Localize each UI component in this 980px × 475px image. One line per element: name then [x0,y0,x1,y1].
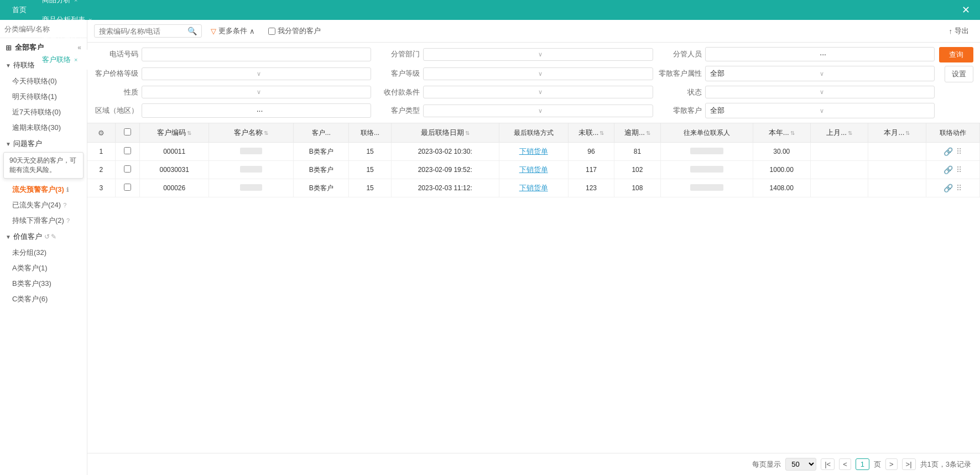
more-action-icon[interactable]: ⠿ [956,147,962,156]
filter-retail-attr-select[interactable]: 全部 ∨ [705,66,935,81]
nav-tab[interactable]: 商品分析 × [34,0,100,10]
next-page-btn[interactable]: > [885,458,898,470]
filter-row-2: 客户价格等级 ∨ 客户等级 ∨ [94,66,935,81]
filter-nature-select[interactable]: ∨ [142,86,371,98]
th-lastmo-sort[interactable]: ⇅ [848,130,852,136]
prev-page-btn[interactable]: < [839,458,851,470]
filter-retail-cust-select[interactable]: 全部 ∨ [705,103,935,118]
td-num: 1 [87,143,115,161]
info-icon[interactable]: ℹ [66,186,69,194]
filter-cust-type-label: 客户类型 [376,106,420,116]
filter-cust-grade-select[interactable]: ∨ [423,67,653,80]
th-name-sort[interactable]: ⇅ [264,130,268,136]
th-date-sort[interactable]: ⇅ [465,130,470,136]
th-check[interactable] [115,123,140,143]
td-check[interactable] [115,179,140,197]
sidebar-item[interactable]: 逾期未联络(30) [0,120,87,135]
edit-icon[interactable]: ✎ [51,233,56,241]
td-way-link[interactable]: 下销货单 [519,165,548,174]
action-icons: 🔗 ⠿ [930,184,976,192]
setting-button[interactable]: 设置 [945,66,973,82]
filter-phone-input[interactable] [142,48,371,61]
link-action-icon[interactable]: 🔗 [943,165,953,174]
my-customers-btn[interactable]: 我分管的客户 [264,24,325,38]
tab-close-icon[interactable]: × [74,56,77,63]
question-icon[interactable]: ? [66,217,70,224]
last-page-btn[interactable]: >| [902,458,916,470]
td-action: 🔗 ⠿ [926,143,979,161]
per-page-select[interactable]: 50 100 200 [785,458,816,471]
nav-tab[interactable]: 客户联络 × [34,50,100,70]
more-action-icon[interactable]: ⠿ [956,165,962,174]
nav-tab[interactable]: 客户分层经营 × [34,30,100,50]
sidebar-item[interactable]: 流失预警客户(3)ℹ [0,182,87,197]
link-action-icon[interactable]: 🔗 [943,184,953,192]
table-row: 3 000026 B类客户 15 2023-02-03 11:12: 下销货单 … [87,179,980,197]
filter-payment-select[interactable]: ∨ [423,86,653,98]
refresh-icon[interactable]: ↺ [44,233,50,241]
filter-region-select[interactable]: ··· [142,103,371,118]
content-area: 🔍 ▽ 更多条件 ∧ 我分管的客户 ↑ 导出 [87,20,980,475]
toolbar-search-input[interactable] [99,27,187,35]
question-icon[interactable]: ? [63,202,66,208]
th-name: 客户名称⇅ [209,123,294,143]
td-way-link[interactable]: 下销货单 [519,147,548,155]
sidebar-item[interactable]: 今天待联络(0) [0,74,87,89]
filter-cust-type-select[interactable]: ∨ [423,105,653,117]
toolbar-search-icon[interactable]: 🔍 [187,27,197,35]
filter-manager-more[interactable]: ··· [817,50,930,59]
row-checkbox[interactable] [124,165,131,173]
tab-close-icon[interactable]: × [88,17,92,23]
sidebar-section-header[interactable]: ▼价值客户↺✎ [0,228,87,245]
sidebar-item[interactable]: 近7天待联络(0) [0,105,87,120]
gear-icon[interactable]: ⚙ [98,129,105,137]
nav-tab[interactable]: 商品分析列表 × [34,10,100,30]
th-overdue-sort[interactable]: ⇅ [646,130,650,136]
filter-region-more[interactable]: ··· [254,106,367,115]
export-btn[interactable]: ↑ 导出 [945,24,974,38]
td-lastmo [810,143,868,161]
filter-manager-select[interactable]: ··· [705,47,935,61]
sidebar-item[interactable]: 未分组(32) [0,245,87,260]
th-company: 往来单位联系人 [660,123,753,143]
filter-retail-cust-arrow: ∨ [820,107,930,114]
sidebar-item[interactable]: 持续下滑客户(2)? [0,213,87,228]
sidebar-item[interactable]: C类客户(6) [0,291,87,307]
row-checkbox[interactable] [124,184,131,191]
row-checkbox[interactable] [124,147,131,154]
my-customers-checkbox[interactable] [268,28,275,35]
th-thisyr-sort[interactable]: ⇅ [790,130,795,136]
td-check[interactable] [115,161,140,179]
more-conditions-btn[interactable]: ▽ 更多条件 ∧ [206,24,259,38]
sidebar-section: ▼问题客户90天无交易的客户，可能有流失风险。流失预警客户(3)ℹ已流失客户(2… [0,135,87,228]
sidebar-item[interactable]: A类客户(1) [0,260,87,276]
section-arrow-icon: ▼ [6,141,11,147]
filter-status-select[interactable]: ∨ [705,86,935,98]
tab-close-icon[interactable]: × [88,36,92,43]
query-button[interactable]: 查询 [939,47,973,62]
filter-dept-select[interactable]: ∨ [423,48,653,61]
tab-close-icon[interactable]: × [74,0,77,3]
more-action-icon[interactable]: ⠿ [956,184,962,192]
first-page-btn[interactable]: |< [821,458,835,470]
sidebar-item[interactable]: 已流失客户(24)? [0,197,87,213]
sidebar-item[interactable]: B类客户(33) [0,276,87,291]
th-code-sort[interactable]: ⇅ [187,130,191,136]
sidebar-item[interactable]: 明天待联络(1) [0,89,87,105]
customer-name-blurred [240,184,262,191]
filter-region-label: 区域（地区） [94,106,138,116]
nav-home[interactable]: 首页 [4,0,34,20]
th-unlinked-sort[interactable]: ⇅ [600,130,604,136]
nav-close-btn[interactable]: ✕ [956,4,976,16]
filter-retail-attr: 零散客户属性 全部 ∨ [658,66,935,81]
link-action-icon[interactable]: 🔗 [943,147,953,156]
sidebar-section-header[interactable]: ▼问题客户 [0,135,87,152]
td-check[interactable] [115,143,140,161]
sidebar-section: ▼价值客户↺✎未分组(32)A类客户(1)B类客户(33)C类客户(6) [0,228,87,307]
select-all-checkbox[interactable] [124,128,131,135]
filter-price-grade-select[interactable]: ∨ [142,67,371,80]
sidebar-item-label: B类客户(33) [12,279,51,289]
td-way-link[interactable]: 下销货单 [519,184,548,192]
th-gear[interactable]: ⚙ [87,123,115,143]
th-thismon-sort[interactable]: ⇅ [905,130,910,136]
